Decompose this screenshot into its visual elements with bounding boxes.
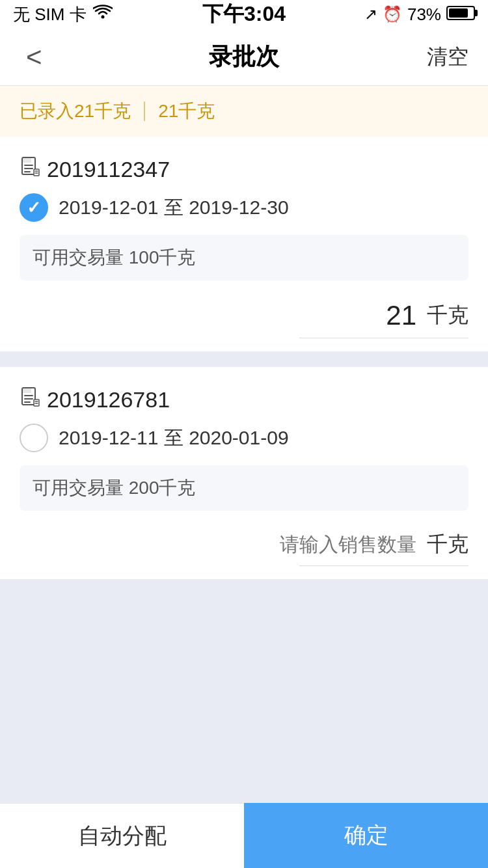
batch-id-icon-1 — [20, 156, 42, 183]
quantity-unit-2: 千克 — [427, 530, 468, 559]
summary-total: 21千克 — [158, 99, 215, 124]
confirm-button[interactable]: 确定 — [244, 803, 488, 868]
location-icon: ↗ — [364, 5, 377, 23]
summary-divider — [144, 102, 145, 121]
batch-date-2: 2019-12-11 至 2020-01-09 — [59, 425, 289, 452]
radio-button-2[interactable] — [20, 424, 48, 452]
alarm-icon: ⏰ — [383, 5, 402, 23]
status-time: 下午3:04 — [202, 0, 286, 29]
page-title: 录批次 — [209, 41, 279, 73]
battery-icon — [446, 5, 475, 25]
recorded-label: 已录入21千克 — [20, 99, 131, 124]
svg-rect-14 — [34, 400, 39, 406]
radio-button-1[interactable] — [20, 193, 48, 222]
back-button[interactable]: < — [20, 35, 49, 79]
nav-bar: < 录批次 清空 — [0, 29, 488, 86]
batch-item-1: 2019112347 2019-12-01 至 2019-12-30 可用交易量… — [0, 137, 488, 351]
auto-distribute-button[interactable]: 自动分配 — [0, 803, 244, 868]
batch-date-1: 2019-12-01 至 2019-12-30 — [59, 195, 289, 221]
batch-item-2: 2019126781 2019-12-11 至 2020-01-09 可用交易量… — [0, 367, 488, 579]
status-right: ↗ ⏰ 73% — [364, 5, 475, 25]
batch-id-text-1: 2019112347 — [47, 157, 170, 182]
batch-id-icon-2 — [20, 387, 42, 413]
svg-point-0 — [101, 15, 104, 18]
quantity-unit-1: 千克 — [427, 301, 468, 330]
batch-id-text-2: 2019126781 — [47, 387, 170, 413]
svg-rect-2 — [22, 157, 31, 163]
bottom-buttons: 自动分配 确定 — [0, 803, 488, 868]
quantity-input-2[interactable] — [169, 534, 416, 556]
wifi-icon — [93, 5, 113, 25]
battery-percent: 73% — [407, 5, 441, 25]
quantity-value-1: 21 — [386, 300, 416, 331]
status-bar: 无 SIM 卡 下午3:04 ↗ ⏰ 73% — [0, 0, 488, 29]
summary-bar: 已录入21千克 21千克 — [0, 86, 488, 137]
svg-rect-6 — [34, 169, 39, 176]
status-carrier: 无 SIM 卡 — [13, 3, 113, 26]
section-divider — [0, 351, 488, 367]
carrier-text: 无 SIM 卡 — [13, 3, 87, 26]
batch-avail-1: 可用交易量 100千克 — [20, 235, 468, 280]
batch-avail-2: 可用交易量 200千克 — [20, 465, 468, 511]
svg-rect-10 — [22, 388, 31, 393]
clear-button[interactable]: 清空 — [427, 43, 468, 72]
